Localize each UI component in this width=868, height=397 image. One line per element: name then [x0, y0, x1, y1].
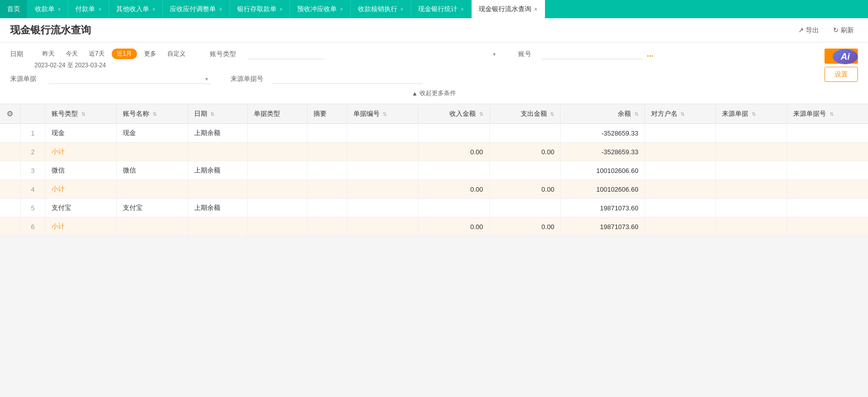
close-icon[interactable]: ×	[152, 6, 155, 12]
table-col-source-doc-no[interactable]: 来源单据号 ⇅	[787, 104, 868, 124]
table-col-balance[interactable]: 余额 ⇅	[561, 104, 645, 124]
nav-tab-label: 预收冲应收单	[297, 5, 337, 14]
close-icon[interactable]: ×	[219, 6, 222, 12]
sort-icon: ⇅	[479, 111, 483, 117]
row-account-type: 支付宝	[45, 199, 117, 217]
main-table: ⚙ 账号类型 ⇅ 账号名称 ⇅ 日期 ⇅ 单据类型	[0, 104, 868, 236]
close-icon[interactable]: ×	[280, 6, 283, 12]
table-col-date[interactable]: 日期 ⇅	[188, 104, 247, 124]
table-col-expense[interactable]: 支出金额 ⇅	[489, 104, 561, 124]
sort-icon: ⇅	[634, 111, 638, 117]
row-account-name: 微信	[116, 161, 188, 180]
sort-icon: ⇅	[680, 111, 684, 117]
close-icon[interactable]: ×	[400, 6, 403, 12]
row-doc-no	[347, 217, 418, 236]
row-index: 5	[20, 199, 45, 217]
sort-icon: ⇅	[210, 111, 214, 117]
nav-tab-shoukuanhexiao[interactable]: 收款核销执行 ×	[351, 0, 411, 18]
export-button[interactable]: ↗ 导出	[794, 24, 823, 37]
refresh-button[interactable]: ↻ 刷新	[829, 24, 858, 37]
nav-tab-shoukuandan[interactable]: 收款单 ×	[28, 0, 68, 18]
nav-home[interactable]: 首页	[0, 0, 28, 18]
row-counterparty	[645, 124, 716, 143]
date-btn-1month[interactable]: 近1月	[112, 49, 138, 59]
row-actions	[0, 180, 20, 199]
table-col-doc-type: 单据类型	[248, 104, 307, 124]
top-navigation: 首页 收款单 × 付款单 × 其他收入单 × 应收应付调整单 × 银行存取款单 …	[0, 0, 868, 18]
row-account-type: 现金	[45, 124, 117, 143]
close-icon[interactable]: ×	[58, 6, 61, 12]
ai-button[interactable]: Ai	[833, 49, 858, 64]
row-expense: 0.00	[489, 180, 561, 199]
gear-icon[interactable]: ⚙	[7, 109, 13, 118]
nav-tab-fukuandan[interactable]: 付款单 ×	[68, 0, 109, 18]
close-icon[interactable]: ×	[534, 6, 537, 12]
nav-tab-yingshouyingfu[interactable]: 应收应付调整单 ×	[163, 0, 230, 18]
filter-row-2: 来源单据 来源单据号	[10, 74, 806, 84]
account-no-label: 账号	[518, 50, 533, 59]
row-balance: 19871073.60	[561, 199, 645, 217]
table-col-source-doc[interactable]: 来源单据 ⇅	[716, 104, 787, 124]
source-doc-no-input[interactable]	[271, 74, 423, 84]
table-col-income[interactable]: 收入金额 ⇅	[418, 104, 489, 124]
row-account-name: 支付宝	[116, 199, 188, 217]
row-summary	[307, 217, 347, 236]
account-no-input[interactable]	[541, 49, 643, 59]
account-type-select[interactable]: 现金 微信 支付宝	[248, 49, 324, 59]
nav-home-label: 首页	[7, 5, 20, 14]
nav-tab-label: 收款核销执行	[358, 5, 397, 14]
row-doc-no	[347, 143, 418, 161]
source-doc-select-wrapper	[49, 74, 210, 84]
account-type-label: 账号类型	[210, 50, 240, 59]
date-filter: 日期 昨天 今天 近7天 近1月 更多 自定义	[10, 49, 190, 59]
row-income: 0.00	[418, 217, 489, 236]
nav-tab-xianjinyinhang-query[interactable]: 现金银行流水查询 ×	[472, 0, 545, 18]
table-col-counterparty[interactable]: 对方户名 ⇅	[645, 104, 716, 124]
row-counterparty	[645, 180, 716, 199]
table-col-account-name[interactable]: 账号名称 ⇅	[116, 104, 188, 124]
date-range-text: 2023-02-24 至 2023-03-24	[34, 62, 106, 69]
table-col-doc-no[interactable]: 单据编号 ⇅	[347, 104, 418, 124]
row-source-doc-no	[787, 124, 868, 143]
table-col-settings[interactable]: ⚙	[0, 104, 20, 124]
date-btn-today[interactable]: 今天	[62, 49, 82, 59]
row-summary	[307, 161, 347, 180]
account-no-dots-button[interactable]: ...	[647, 50, 653, 59]
row-doc-no	[347, 161, 418, 180]
source-doc-select[interactable]	[49, 74, 210, 84]
filter-area: 日期 昨天 今天 近7天 近1月 更多 自定义 账号类型	[0, 42, 868, 104]
table-col-account-type[interactable]: 账号类型 ⇅	[45, 104, 117, 124]
row-account-name	[116, 217, 188, 236]
row-balance: 100102606.60	[561, 180, 645, 199]
close-icon[interactable]: ×	[461, 6, 464, 12]
row-income: 0.00	[418, 143, 489, 161]
account-type-select-wrapper: 现金 微信 支付宝	[248, 49, 498, 59]
date-btn-custom[interactable]: 自定义	[163, 49, 190, 59]
close-icon[interactable]: ×	[98, 6, 101, 12]
nav-tab-qitashouru[interactable]: 其他收入单 ×	[109, 0, 163, 18]
filter-row-1: 日期 昨天 今天 近7天 近1月 更多 自定义 账号类型	[10, 49, 806, 59]
date-btn-7days[interactable]: 近7天	[85, 49, 109, 59]
collapse-button[interactable]: ▲ 收起更多条件	[412, 89, 456, 98]
date-label: 日期	[10, 50, 30, 59]
table-row: 3微信微信上期余额100102606.60	[0, 161, 868, 180]
ai-label: Ai	[841, 52, 850, 62]
sort-icon: ⇅	[383, 111, 387, 117]
row-counterparty	[645, 199, 716, 217]
date-btn-more[interactable]: 更多	[140, 49, 160, 59]
sort-icon: ⇅	[830, 111, 834, 117]
date-btn-yesterday[interactable]: 昨天	[38, 49, 59, 59]
row-expense	[489, 124, 561, 143]
close-icon[interactable]: ×	[340, 6, 343, 12]
row-summary	[307, 199, 347, 217]
table-row: 5支付宝支付宝上期余额19871073.60	[0, 199, 868, 217]
settings-button[interactable]: 设置	[825, 67, 858, 82]
nav-tab-yinhangcunqu[interactable]: 银行存取款单 ×	[230, 0, 290, 18]
nav-tab-xianjinyinhang-stat[interactable]: 现金银行统计 ×	[411, 0, 471, 18]
date-range-buttons: 昨天 今天 近7天 近1月 更多 自定义	[38, 49, 190, 59]
nav-tab-label: 现金银行流水查询	[479, 5, 531, 14]
table-body: 1现金现金上期余额-3528659.332小计0.000.00-3528659.…	[0, 124, 868, 236]
account-no-filter: 账号 ...	[518, 49, 806, 59]
nav-tab-label: 付款单	[75, 5, 95, 14]
nav-tab-yushouyingshou[interactable]: 预收冲应收单 ×	[290, 0, 350, 18]
